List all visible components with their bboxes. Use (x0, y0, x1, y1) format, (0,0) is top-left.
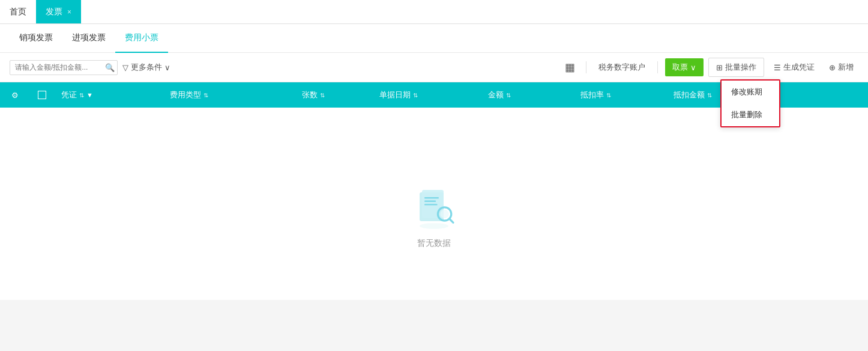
search-input-wrap[interactable]: 🔍 (10, 60, 118, 75)
th-check[interactable] (30, 91, 54, 99)
add-label: 新增 (838, 62, 854, 73)
svg-point-0 (420, 223, 448, 229)
th-amount[interactable]: 金额 ⇅ (481, 90, 574, 100)
qr-btn[interactable]: ▦ (561, 58, 579, 76)
th-expense-type-sort-icon: ⇅ (203, 92, 208, 99)
search-input[interactable] (15, 63, 105, 72)
th-voucher[interactable]: 凭证 ⇅ ▼ (54, 90, 163, 100)
active-tab[interactable]: 发票 × (36, 0, 81, 23)
batch-dropdown-menu: 修改账期 批量删除 (720, 79, 780, 127)
th-deduction-amount-sort-icon: ⇅ (707, 92, 712, 99)
filter-chevron: ∨ (164, 63, 170, 72)
filter-label: 更多条件 (131, 62, 162, 73)
sub-nav-purchase[interactable]: 进项发票 (62, 24, 115, 53)
settings-icon: ⚙ (11, 91, 19, 100)
search-icon: 🔍 (105, 63, 115, 72)
toolbar-left: 🔍 ▽ 更多条件 ∨ (10, 60, 170, 75)
divider-1 (586, 61, 586, 73)
filter-icon: ▽ (122, 63, 128, 72)
th-count-sort-icon: ⇅ (320, 92, 325, 99)
close-icon[interactable]: × (67, 8, 71, 16)
gen-voucher-btn[interactable]: ☰ 生成凭证 (769, 62, 819, 73)
th-deduction-rate-sort-icon: ⇅ (606, 92, 611, 99)
gen-voucher-label: 生成凭证 (783, 62, 815, 73)
dropdown-modify-period[interactable]: 修改账期 (722, 81, 779, 103)
batch-label: 批量操作 (725, 62, 756, 73)
th-settings[interactable]: ⚙ (0, 91, 30, 100)
svg-line-8 (450, 219, 453, 222)
th-voucher-sort-icon: ⇅ (79, 92, 84, 99)
tax-account-btn[interactable]: 税务数字账户 (594, 62, 650, 73)
empty-text: 暂无数据 (417, 238, 451, 249)
th-date[interactable]: 单据日期 ⇅ (372, 90, 481, 100)
top-nav: 首页 发票 × (0, 0, 868, 24)
take-btn-label: 取票 (672, 62, 688, 73)
th-voucher-label: 凭证 (61, 90, 77, 100)
batch-btn[interactable]: ⊞ 批量操作 (708, 58, 764, 77)
th-date-label: 单据日期 (379, 90, 411, 100)
th-amount-sort-icon: ⇅ (506, 92, 511, 99)
th-count[interactable]: 张数 ⇅ (295, 90, 372, 100)
add-btn[interactable]: ⊕ 新增 (824, 62, 858, 73)
svg-rect-5 (424, 204, 438, 205)
sub-nav-sales[interactable]: 销项发票 (10, 24, 62, 53)
svg-rect-4 (424, 201, 436, 202)
gen-voucher-icon: ☰ (774, 63, 781, 72)
toolbar: 🔍 ▽ 更多条件 ∨ ▦ 税务数字账户 取票 ∨ ⊞ 批量操作 ☰ 生成凭证 ⊕… (0, 53, 868, 82)
empty-state-icon (410, 183, 458, 231)
batch-icon: ⊞ (716, 63, 723, 72)
th-expense-type[interactable]: 费用类型 ⇅ (163, 90, 295, 100)
take-btn-chevron: ∨ (690, 63, 696, 72)
empty-state: 暂无数据 (410, 183, 458, 249)
table-body: 暂无数据 (0, 108, 868, 300)
th-amount-label: 金额 (488, 90, 504, 100)
th-count-label: 张数 (302, 90, 318, 100)
sub-nav: 销项发票 进项发票 费用小票 (0, 24, 868, 53)
th-deduction-rate[interactable]: 抵扣率 ⇅ (573, 90, 666, 100)
th-expense-type-label: 费用类型 (170, 90, 201, 100)
dropdown-batch-delete[interactable]: 批量删除 (722, 103, 779, 126)
sub-nav-expense[interactable]: 费用小票 (115, 24, 168, 53)
active-tab-label: 发票 (46, 7, 62, 17)
divider-2 (657, 61, 658, 73)
take-btn[interactable]: 取票 ∨ (665, 58, 704, 76)
toolbar-right: ▦ 税务数字账户 取票 ∨ ⊞ 批量操作 ☰ 生成凭证 ⊕ 新增 修改账期 批量… (561, 58, 858, 77)
svg-rect-3 (424, 197, 439, 198)
header-checkbox[interactable] (38, 91, 46, 99)
filter-btn[interactable]: ▽ 更多条件 ∨ (122, 62, 170, 73)
th-date-sort-icon: ⇅ (413, 92, 418, 99)
th-deduction-amount-label: 抵扣金额 (674, 90, 705, 100)
add-icon: ⊕ (829, 63, 836, 72)
th-voucher-filter-icon: ▼ (86, 91, 93, 99)
home-link[interactable]: 首页 (0, 0, 36, 23)
th-deduction-rate-label: 抵扣率 (580, 90, 604, 100)
svg-point-7 (440, 210, 448, 218)
